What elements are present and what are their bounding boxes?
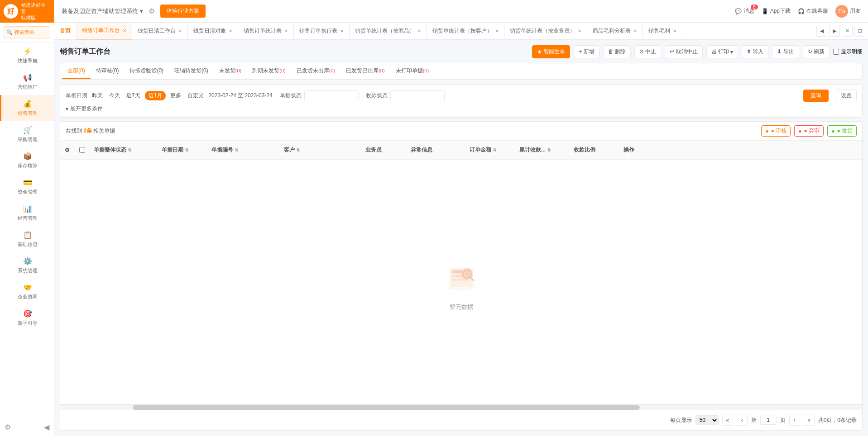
status-select[interactable] — [304, 90, 359, 101]
last-page-btn[interactable]: » — [804, 415, 815, 426]
system-title-dropdown[interactable]: 装备及固定资产辅助管理系统 ▾ — [62, 7, 143, 15]
user-avatar: Ea — [835, 5, 848, 18]
sidebar-item-inventory[interactable]: 📦 库存核算 — [0, 147, 54, 174]
review-action-btn[interactable]: ● ● 审核 — [761, 125, 791, 137]
tab-close-sales-gross[interactable]: ✕ — [673, 28, 676, 33]
select-all-checkbox[interactable] — [79, 147, 85, 153]
user-menu-button[interactable]: Ea 用友 — [835, 5, 861, 18]
sub-tab-all[interactable]: 全部(0) — [62, 63, 91, 79]
sidebar-item-system[interactable]: ⚙️ 系统管理 — [0, 252, 54, 279]
import-button[interactable]: ⬆ 导入 — [742, 45, 768, 58]
page-size-select[interactable]: 50 100 200 — [695, 415, 719, 425]
detail-checkbox-input[interactable] — [833, 49, 839, 55]
tab-expand[interactable]: ⊡ — [854, 26, 865, 37]
tab-sales-workbench[interactable]: 销售订单工作台 ✕ — [77, 23, 132, 40]
tab-sales-stat-table[interactable]: 销售订单统计表 ✕ — [238, 23, 294, 40]
tab-home[interactable]: 首页 — [54, 23, 77, 40]
tab-close-all[interactable]: ✕ — [842, 26, 853, 37]
tab-close-stat-staff[interactable]: ✕ — [578, 28, 581, 33]
cancel-stop-button[interactable]: ↩ 取消中止 — [665, 45, 702, 58]
tab-close-sales-workbench[interactable]: ✕ — [123, 28, 126, 33]
payment-select[interactable] — [390, 90, 445, 101]
sub-tab-no-print[interactable]: 未打印单据(0) — [390, 63, 434, 79]
sort-date-icon[interactable]: ⇅ — [185, 147, 188, 152]
date-opt-1month[interactable]: 近1月 — [145, 91, 166, 100]
sort-customer-icon[interactable]: ⇅ — [296, 147, 300, 152]
first-page-btn[interactable]: « — [722, 415, 733, 426]
date-opt-more[interactable]: 更多 — [168, 91, 183, 100]
show-detail-checkbox[interactable]: 显示明细 — [833, 48, 863, 56]
expand-more-filters[interactable]: ▾ 展开更多条件 — [66, 105, 857, 113]
sub-tab-wangpu-ship[interactable]: 旺铺待发货(0) — [169, 63, 214, 79]
messages-button[interactable]: 💬 消息 6 — [735, 7, 754, 15]
ship-action-btn[interactable]: ● ● 发货 — [827, 125, 857, 137]
query-button[interactable]: 查询 — [803, 90, 829, 102]
tab-sales-stat-product[interactable]: 销货单统计表（按商品） ✕ — [350, 23, 427, 40]
sub-tab-pending-review[interactable]: 待审核(0) — [91, 63, 125, 79]
tab-sales-gross[interactable]: 销售毛利 ✕ — [643, 23, 682, 40]
sidebar-item-purchase[interactable]: 🛒 采购管理 — [0, 121, 54, 147]
export-button[interactable]: ⬇ 导出 — [772, 45, 799, 58]
refresh-button[interactable]: ↻ 刷新 — [803, 45, 830, 58]
date-opt-7days[interactable]: 近7天 — [125, 91, 142, 100]
app-download-button[interactable]: 📱 App下载 — [762, 7, 791, 15]
tab-gross-analysis[interactable]: 商品毛利分析表 ✕ — [587, 23, 643, 40]
date-opt-yesterday[interactable]: 昨天 — [90, 91, 105, 100]
tab-cash-reconcile[interactable]: 钱货日清对账 ✕ — [188, 23, 238, 40]
date-opt-today[interactable]: 今天 — [107, 91, 122, 100]
tab-close-stat-customer[interactable]: ✕ — [495, 28, 499, 33]
prev-page-btn[interactable]: ‹ — [737, 415, 748, 426]
sidebar-item-finance[interactable]: 💳 资金管理 — [0, 174, 54, 200]
th-checkbox[interactable] — [74, 145, 90, 155]
tab-sales-exec-table[interactable]: 销售订单执行表 ✕ — [294, 23, 350, 40]
sub-tab-shipped-no-out[interactable]: 已发货未出库(0) — [291, 63, 340, 79]
sidebar-item-marketing[interactable]: 📢 营销推广 — [0, 69, 54, 95]
topbar-settings-icon[interactable]: ⚙ — [149, 7, 155, 15]
column-settings-icon[interactable]: ⚙ — [65, 147, 70, 153]
online-support-button[interactable]: 🎧 在线客服 — [798, 7, 828, 15]
delete-button[interactable]: 🗑 删除 — [603, 45, 631, 58]
tab-scroll-prev[interactable]: ◀ — [816, 26, 827, 37]
tab-sales-stat-staff[interactable]: 销货单统计表（按业务员） ✕ — [504, 23, 587, 40]
smart-create-button[interactable]: ★ 智能生单 — [532, 45, 570, 58]
print-button[interactable]: 🖨 打印 ▾ — [706, 45, 738, 58]
sub-tab-expired-no-ship[interactable]: 到期未发货(0) — [247, 63, 291, 79]
scrollbar-thumb[interactable] — [133, 405, 640, 410]
sort-number-icon[interactable]: ⇅ — [235, 147, 238, 152]
tab-close-sales-stat[interactable]: ✕ — [284, 28, 288, 33]
stop-button[interactable]: ⊘ 中止 — [634, 45, 661, 58]
sidebar-item-quick-nav[interactable]: ⚡ 快捷导航 — [0, 43, 54, 69]
sub-tab-no-ship[interactable]: 未发货(0) — [214, 63, 247, 79]
sort-amount-icon[interactable]: ⇅ — [493, 147, 496, 152]
sidebar-item-guide[interactable]: 🎯 新手引导 — [0, 305, 54, 331]
sidebar-item-basic[interactable]: 📋 基础信息 — [0, 226, 54, 252]
search-menu-button[interactable]: 🔍 搜索菜单 — [4, 26, 50, 38]
tab-close-gross-analysis[interactable]: ✕ — [633, 28, 637, 33]
sort-status-icon[interactable]: ⇅ — [128, 147, 131, 152]
sidebar-collapse-btn[interactable]: ◀ — [39, 418, 54, 436]
add-button[interactable]: + 新增 — [574, 45, 599, 58]
tab-cash-daily[interactable]: 钱货日清工作台 ✕ — [132, 23, 188, 40]
sidebar-item-sales[interactable]: 💰 销售管理 — [0, 95, 54, 121]
tab-close-stat-product[interactable]: ✕ — [417, 28, 421, 33]
sub-tab-shipped-out[interactable]: 已发货已出库(0) — [340, 63, 390, 79]
page-number-input[interactable] — [760, 416, 777, 425]
logo-icon: 好 — [4, 4, 18, 19]
th-settings[interactable]: ⚙ — [60, 145, 74, 155]
settings-filter-button[interactable]: 设置 — [836, 89, 857, 102]
sidebar-item-enterprise[interactable]: 🤝 企业协同 — [0, 279, 54, 305]
tab-close-cash-reconcile[interactable]: ✕ — [229, 28, 232, 33]
sort-collected-icon[interactable]: ⇅ — [547, 147, 551, 152]
sub-tab-pending-check[interactable]: 待拣货验货(0) — [124, 63, 169, 79]
date-opt-custom[interactable]: 自定义 — [186, 91, 206, 100]
tab-close-cash-daily[interactable]: ✕ — [178, 28, 182, 33]
industry-solution-button[interactable]: 体验行业方案 — [160, 5, 206, 18]
sidebar-item-operation[interactable]: 📊 经营管理 — [0, 200, 54, 226]
tab-scroll-next[interactable]: ▶ — [829, 26, 840, 37]
next-page-btn[interactable]: › — [789, 415, 800, 426]
tab-close-sales-exec[interactable]: ✕ — [340, 28, 344, 33]
horizontal-scrollbar[interactable] — [60, 404, 862, 410]
cancel-review-btn[interactable]: ● ● 弃审 — [794, 125, 824, 137]
sidebar-settings-btn[interactable]: ⚙ — [0, 418, 15, 436]
tab-sales-stat-customer[interactable]: 销货单统计表（按客户） ✕ — [427, 23, 504, 40]
